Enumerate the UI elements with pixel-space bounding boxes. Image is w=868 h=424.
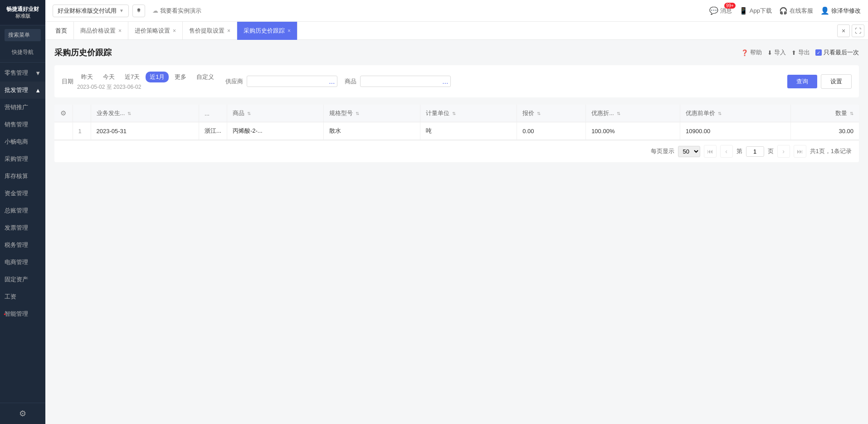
sidebar-item-finance[interactable]: 资金管理 — [0, 185, 45, 202]
import-button[interactable]: ⬇ 导入 — [767, 48, 786, 57]
sidebar-label-account: 总账管理 — [5, 207, 28, 215]
row-price-cell: 0.00 — [517, 122, 586, 140]
settings-button[interactable]: 设置 — [821, 74, 852, 89]
sort-product-icon[interactable]: ⇅ — [247, 111, 251, 116]
th-pre-price[interactable]: 优惠前单价 ⇅ — [680, 105, 791, 122]
date-range-display: 2023-05-02 至 2023-06-02 — [77, 83, 218, 91]
sidebar-item-inventory[interactable]: 库存核算 — [0, 168, 45, 185]
supplier-input[interactable] — [247, 76, 337, 87]
main-area: 好业财标准版交付试用 ▼ ☁ 我要看实例演示 💬 消息 99+ 📱 App下载 — [45, 0, 868, 424]
sidebar-item-ecommerce-small[interactable]: 小畅电商 — [0, 133, 45, 150]
app-download-button[interactable]: 📱 App下载 — [739, 7, 772, 15]
date-btn-more[interactable]: 更多 — [171, 72, 190, 82]
first-page-button[interactable]: ⏮ — [704, 145, 717, 158]
search-menu-button[interactable]: 搜索菜单 — [5, 29, 41, 41]
sort-date-icon[interactable]: ⇅ — [127, 111, 131, 116]
date-btn-last1m[interactable]: 近1月 — [146, 72, 169, 82]
tab-price[interactable]: 商品价格设置 × — [74, 22, 128, 40]
tab-history-close-icon[interactable]: × — [288, 28, 291, 34]
th-date[interactable]: 业务发生... ⇅ — [91, 105, 199, 122]
tab-close-button[interactable]: × — [837, 24, 850, 37]
export-icon: ⬆ — [791, 49, 796, 56]
tab-expand-button[interactable]: ⛶ — [852, 24, 864, 37]
sidebar-item-invoice[interactable]: 发票管理 — [0, 219, 45, 236]
sidebar-search-area[interactable]: 搜索菜单 — [0, 25, 45, 45]
sort-quantity-icon[interactable]: ⇅ — [850, 111, 853, 116]
filter-supplier: 供应商 ... — [225, 76, 337, 87]
column-settings-icon[interactable]: ⚙ — [60, 109, 66, 117]
export-button[interactable]: ⬆ 导出 — [791, 48, 810, 57]
page-input[interactable] — [746, 146, 764, 157]
th-spec[interactable]: 规格型号 ⇅ — [324, 105, 420, 122]
th-product-label: 商品 — [233, 110, 244, 116]
data-table-wrap: ⚙ 业务发生... ⇅ ... 商品 ⇅ — [54, 105, 859, 162]
next-page-button[interactable]: › — [777, 145, 790, 158]
page-label: 第 — [736, 147, 742, 155]
tab-home[interactable]: 首页 — [49, 22, 74, 40]
topbar-settings-button[interactable] — [132, 5, 145, 17]
th-unit[interactable]: 计量单位 ⇅ — [420, 105, 517, 122]
sort-spec-icon[interactable]: ⇅ — [356, 111, 359, 116]
only-last-checkbox-input[interactable] — [815, 49, 822, 56]
messages-button[interactable]: 💬 消息 99+ — [709, 6, 732, 15]
tab-home-label: 首页 — [55, 27, 67, 35]
help-button[interactable]: ❓ 帮助 — [741, 48, 762, 57]
sort-discount-icon[interactable]: ⇅ — [617, 111, 620, 116]
last-page-button[interactable]: ⏭ — [794, 145, 806, 158]
tab-strategy-close-icon[interactable]: × — [173, 28, 176, 34]
th-gear: ⚙ — [54, 105, 73, 122]
th-spec-label: 规格型号 — [329, 110, 353, 116]
supplier-select-icon[interactable]: ... — [329, 77, 335, 86]
th-product[interactable]: 商品 ⇅ — [227, 105, 323, 122]
tabs-bar: 首页 商品价格设置 × 进价策略设置 × 售价提取设置 × 采购历史价跟踪 × … — [45, 22, 868, 40]
only-last-label: 只看最后一次 — [824, 48, 859, 57]
page-header: 采购历史价跟踪 ❓ 帮助 ⬇ 导入 ⬆ 导出 只看最后一次 — [54, 47, 859, 58]
date-filter-label: 日期 — [62, 77, 73, 86]
date-btn-today[interactable]: 今天 — [99, 72, 119, 82]
tab-history[interactable]: 采购历史价跟踪 × — [237, 22, 297, 40]
version-selector[interactable]: 好业财标准版交付试用 ▼ — [53, 5, 129, 17]
date-btn-last7[interactable]: 近7天 — [121, 72, 144, 82]
sidebar-item-tax[interactable]: 税务管理 — [0, 236, 45, 254]
th-discount[interactable]: 优惠折... ⇅ — [586, 105, 680, 122]
sidebar-item-asset[interactable]: 固定资产 — [0, 271, 45, 288]
product-input[interactable] — [360, 76, 451, 87]
tab-sale-close-icon[interactable]: × — [227, 28, 230, 34]
sidebar-settings-button[interactable]: ⚙ — [0, 403, 45, 424]
sidebar-item-retail[interactable]: 零售管理 ▼ — [0, 64, 45, 82]
row-unit: 吨 — [426, 127, 432, 134]
sort-unit-icon[interactable]: ⇅ — [452, 111, 456, 116]
online-service-button[interactable]: 🎧 在线客服 — [779, 7, 813, 15]
sidebar-item-purchase[interactable]: 采购管理 — [0, 150, 45, 168]
demo-label: 我要看实例演示 — [160, 7, 201, 15]
th-quantity[interactable]: 数量 ⇅ — [790, 105, 859, 122]
row-pre-price-cell: 10900.00 — [680, 122, 791, 140]
demo-link[interactable]: ☁ 我要看实例演示 — [152, 7, 201, 15]
filter-row: 日期 昨天 今天 近7天 近1月 更多 自定义 2023-05-02 至 202… — [62, 72, 852, 91]
date-btn-yesterday[interactable]: 昨天 — [77, 72, 97, 82]
sidebar-item-ai[interactable]: ● 智能管理 — [0, 305, 45, 323]
sidebar-item-quick-nav[interactable]: 快捷导航 — [0, 45, 45, 60]
sidebar-item-salary[interactable]: 工资 — [0, 288, 45, 305]
prev-page-button[interactable]: ‹ — [720, 145, 733, 158]
sidebar-item-wholesale[interactable]: 批发管理 ▲ — [0, 82, 45, 99]
th-price[interactable]: 报价 ⇅ — [517, 105, 586, 122]
tab-sale[interactable]: 售价提取设置 × — [183, 22, 237, 40]
sidebar-item-marketing[interactable]: 营销推广 — [0, 99, 45, 116]
product-select-icon[interactable]: ... — [442, 77, 448, 86]
row-discount: 100.00% — [591, 128, 614, 135]
sidebar-item-ecommerce[interactable]: 电商管理 — [0, 254, 45, 271]
per-page-select[interactable]: 50 — [678, 146, 700, 157]
row-vendor: 浙江... — [205, 127, 221, 134]
sidebar-item-sales[interactable]: 销售管理 — [0, 116, 45, 133]
user-menu-button[interactable]: 👤 徐泽华修改 — [820, 6, 861, 15]
sort-pre-price-icon[interactable]: ⇅ — [718, 111, 722, 116]
tab-strategy[interactable]: 进价策略设置 × — [128, 22, 183, 40]
date-btn-custom[interactable]: 自定义 — [192, 72, 218, 82]
tab-price-close-icon[interactable]: × — [118, 28, 122, 34]
sidebar-item-account[interactable]: 总账管理 — [0, 202, 45, 219]
only-last-checkbox-group[interactable]: 只看最后一次 — [815, 48, 859, 57]
sidebar-arrow-wholesale: ▲ — [35, 87, 41, 94]
sort-price-icon[interactable]: ⇅ — [537, 111, 541, 116]
query-button[interactable]: 查询 — [787, 75, 817, 88]
